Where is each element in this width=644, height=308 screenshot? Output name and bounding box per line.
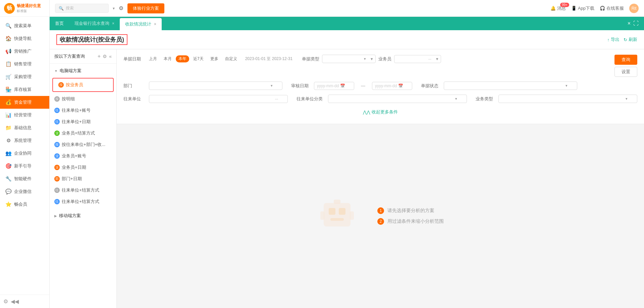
- settings-button[interactable]: 设置: [614, 67, 637, 77]
- tab-close-all-button[interactable]: ×: [628, 20, 631, 27]
- sidebar-item-inventory[interactable]: 🏪 库存核算: [0, 83, 49, 96]
- tree-item-dept-date[interactable]: 部 部门+日期: [50, 173, 116, 185]
- tab-collection-stats-close[interactable]: ×: [154, 22, 156, 27]
- query-button[interactable]: 查询: [614, 55, 637, 65]
- app-download-button[interactable]: 📱 App下载: [571, 5, 594, 11]
- user-avatar[interactable]: Rit: [629, 4, 639, 13]
- salesperson-chevron: ···: [428, 57, 431, 61]
- sidebar-item-purchase[interactable]: 🛒 采购管理: [0, 70, 49, 83]
- dept-select[interactable]: ▾: [149, 82, 282, 90]
- sidebar-item-search[interactable]: 🔍 搜索菜单: [0, 19, 49, 32]
- date-tab-this-month[interactable]: 本月: [161, 55, 174, 62]
- refresh-button[interactable]: ↻ 刷新: [624, 37, 637, 43]
- sidebar-item-sales[interactable]: 📋 销售管理: [0, 58, 49, 70]
- sidebar-bottom: ⚙ ◀◀: [0, 295, 49, 308]
- header-gear-icon[interactable]: ⚙: [119, 5, 123, 11]
- sidebar-item-system[interactable]: ⚙ 系统管理: [0, 134, 49, 147]
- messages-button[interactable]: 🔔 消息 99+: [550, 5, 566, 11]
- sidebar-item-marketing[interactable]: 📢 营销推广: [0, 45, 49, 58]
- tab-expand-button[interactable]: ⛶: [633, 20, 639, 27]
- audit-date-label: 审核日期: [291, 83, 309, 89]
- dept-label: 部门: [123, 83, 144, 89]
- panel-collapse-icon[interactable]: «: [109, 54, 112, 59]
- sidebar-item-member[interactable]: ⭐ 畅会员: [0, 198, 49, 211]
- wechat-icon: 💬: [5, 189, 11, 195]
- member-icon: ⭐: [5, 201, 11, 207]
- svg-rect-4: [334, 200, 340, 204]
- settings-bottom-icon[interactable]: ⚙: [3, 298, 8, 305]
- tab-bank-flow[interactable]: 现金银行流水查询 ×: [69, 17, 120, 30]
- date-tab-this-year[interactable]: 本年: [176, 55, 189, 62]
- biz-type-label: 业务类型: [476, 96, 493, 102]
- audit-date-end[interactable]: yyyy-mm-dd 📅: [372, 82, 412, 90]
- tree-item-partner-account[interactable]: 往 往来单位+账号: [50, 105, 116, 116]
- calendar-icon-end: 📅: [398, 84, 403, 88]
- partner-account-icon: 往: [54, 108, 60, 113]
- date-tab-more[interactable]: 更多: [208, 55, 221, 62]
- header-workspace-dropdown[interactable]: ▾: [113, 6, 115, 11]
- date-tab-last-month[interactable]: 上月: [146, 55, 160, 62]
- partner-category-select[interactable]: ▾: [328, 95, 467, 103]
- tree-expand-arrow: ▼: [54, 69, 58, 73]
- step-2-number: 2: [377, 218, 384, 225]
- voucher-type-select[interactable]: ▾: [322, 55, 376, 63]
- tree-item-salesperson-date[interactable]: 业 业务员+日期: [50, 162, 116, 173]
- highlight-box: 按 按业务员: [52, 78, 114, 92]
- partner-date-icon: 往: [54, 119, 60, 124]
- export-icon: ↑: [607, 37, 610, 42]
- sidebar-item-finance[interactable]: 💰 资金管理: [0, 96, 49, 109]
- sidebar-item-guide[interactable]: 🎯 新手引导: [0, 160, 49, 172]
- inventory-icon: 🏪: [5, 87, 11, 93]
- panel-header-title: 按以下方案查询: [54, 53, 85, 59]
- purchase-icon: 🛒: [5, 74, 11, 80]
- tree-item-partner-date[interactable]: 往 往来单位+日期: [50, 116, 116, 127]
- tree-group-mobile-title[interactable]: ▶ 移动端方案: [50, 210, 116, 221]
- salesperson-settlement-icon: 业: [54, 131, 60, 136]
- sidebar: 畅 畅捷通好生意 标准版 🔍 搜索菜单 🏠 快捷导航 📢 营销推广 📋 销售管理…: [0, 0, 50, 308]
- sidebar-item-operations[interactable]: 📊 经营管理: [0, 109, 49, 121]
- left-panel: 按以下方案查询 + ⚙ « ▼ 电脑端方案 按: [50, 49, 117, 308]
- panel-add-icon[interactable]: +: [98, 53, 101, 59]
- export-button[interactable]: ↑ 导出: [607, 37, 620, 43]
- date-tab-7days[interactable]: 近7天: [191, 55, 206, 62]
- tab-collection-stats[interactable]: 收款情况统计 ×: [120, 18, 162, 30]
- tree-item-by-salesperson[interactable]: 按 按业务员: [54, 79, 112, 91]
- tab-bank-flow-close[interactable]: ×: [112, 21, 114, 26]
- page-actions: ↑ 导出 ↻ 刷新: [607, 37, 638, 43]
- partner-select[interactable]: ···: [149, 95, 288, 103]
- collapse-button[interactable]: ⋀⋀ 收起更多条件: [123, 106, 637, 118]
- salesperson-select[interactable]: ···: [394, 55, 441, 63]
- operations-icon: 📊: [5, 112, 11, 118]
- tree-item-partner-dept[interactable]: 按 按往来单位+部门+收...: [50, 139, 116, 150]
- svg-rect-1: [329, 208, 335, 215]
- tree-item-partner-settlement2[interactable]: 往 往来单位+结算方式: [50, 196, 116, 207]
- collapse-sidebar-icon[interactable]: ◀◀: [11, 298, 19, 305]
- online-service-button[interactable]: 🎧 在线客服: [600, 5, 624, 11]
- basic-info-icon: 📁: [5, 125, 11, 131]
- header-search-box[interactable]: 🔍 搜索: [55, 4, 109, 13]
- date-separator: —: [361, 83, 365, 88]
- panel-header-icons: + ⚙ «: [98, 53, 112, 59]
- partner-dept-icon: 按: [54, 142, 60, 147]
- sidebar-item-basic-info[interactable]: 📁 基础信息: [0, 121, 49, 134]
- date-tab-custom[interactable]: 自定义: [222, 55, 240, 62]
- header-left: 🔍 搜索 ▾ ⚙ 体验行业方案: [55, 3, 164, 13]
- tree-item-salesperson-account[interactable]: 业 业务员+账号: [50, 150, 116, 162]
- audit-date-start[interactable]: yyyy-mm-dd 📅: [314, 82, 354, 90]
- voucher-status-select[interactable]: ▾: [444, 82, 577, 90]
- tree-item-detail[interactable]: 按 按明细: [50, 93, 116, 105]
- sidebar-item-wechat[interactable]: 💬 企业微信: [0, 185, 49, 198]
- tree-item-salesperson-settlement[interactable]: 业 业务员+结算方式: [50, 127, 116, 139]
- sidebar-item-enterprise[interactable]: 👥 企业协同: [0, 147, 49, 160]
- enterprise-icon: 👥: [5, 150, 11, 156]
- logo-icon: 畅: [4, 3, 15, 14]
- tree-group-desktop-title[interactable]: ▼ 电脑端方案: [50, 65, 116, 76]
- sidebar-item-quicknav[interactable]: 🏠 快捷导航: [0, 32, 49, 45]
- tree-item-partner-settlement1[interactable]: 往 往来单位+结算方式: [50, 185, 116, 196]
- trial-button[interactable]: 体验行业方案: [127, 3, 164, 13]
- sidebar-item-hardware[interactable]: 🔧 智能硬件: [0, 172, 49, 185]
- tab-home[interactable]: 首页: [50, 17, 69, 30]
- biz-type-select[interactable]: ▾: [498, 95, 637, 103]
- system-icon: ⚙: [5, 138, 11, 144]
- panel-settings-icon[interactable]: ⚙: [103, 54, 107, 59]
